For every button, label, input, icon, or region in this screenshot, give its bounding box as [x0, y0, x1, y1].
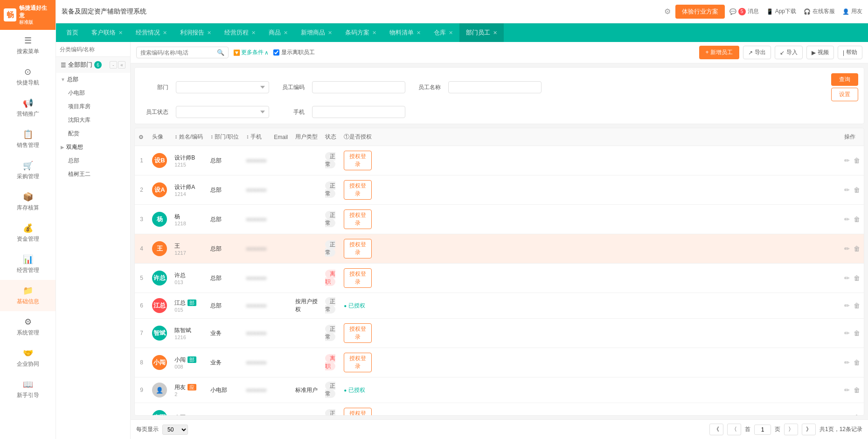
tab-history[interactable]: 经营历程✕: [218, 23, 262, 42]
tab-close-barcode[interactable]: ✕: [372, 30, 376, 36]
tree-node-project[interactable]: 项目库房: [56, 100, 130, 113]
delete-action-btn[interactable]: 🗑: [854, 329, 860, 337]
sidebar-item-operation[interactable]: 📊经营管理: [0, 249, 56, 280]
page-number-input[interactable]: [754, 425, 771, 435]
export-button[interactable]: ↗ 导出: [743, 46, 771, 59]
dept-select[interactable]: [176, 81, 269, 93]
tab-close-materials[interactable]: ✕: [417, 30, 421, 36]
emp-code-input[interactable]: [312, 81, 405, 93]
edit-action-btn[interactable]: ✏: [844, 245, 850, 252]
tab-close-history[interactable]: ✕: [251, 30, 256, 36]
edit-action-btn[interactable]: ✏: [844, 302, 850, 309]
tab-barcode[interactable]: 条码方案✕: [339, 23, 383, 42]
last-page-btn[interactable]: 》: [802, 424, 816, 435]
user-item[interactable]: 👤 用友: [842, 7, 862, 15]
app-download-item[interactable]: 📱 App下载: [766, 7, 796, 15]
auth-button[interactable]: 授权登录: [344, 209, 372, 229]
delete-action-btn[interactable]: 🗑: [854, 245, 860, 252]
filter-search-button[interactable]: 查询: [831, 73, 858, 86]
delete-action-btn[interactable]: 🗑: [854, 302, 860, 309]
edit-action-btn[interactable]: ✏: [844, 329, 850, 337]
sidebar-item-nav[interactable]: ⊙快捷导航: [0, 61, 56, 92]
edit-action-btn[interactable]: ✏: [844, 216, 850, 223]
delete-action-btn[interactable]: 🗑: [854, 186, 860, 194]
online-service-item[interactable]: 🎧 在线客服: [804, 7, 835, 15]
next-page-btn[interactable]: 〉: [784, 424, 798, 435]
tab-close-profit[interactable]: ✕: [207, 30, 211, 36]
sidebar-item-guide[interactable]: 📖新手引导: [0, 374, 56, 405]
tree-node-distribution[interactable]: 配货: [56, 127, 130, 140]
sidebar-item-search[interactable]: ☰搜索菜单: [0, 30, 56, 61]
tab-close-customer[interactable]: ✕: [118, 30, 123, 36]
tab-addgoods[interactable]: 新增商品✕: [294, 23, 339, 42]
col-settings[interactable]: ⚙: [135, 128, 148, 146]
tree-node-hq[interactable]: 总部: [56, 154, 130, 167]
edit-action-btn[interactable]: ✏: [844, 186, 850, 194]
edit-action-btn[interactable]: ✏: [844, 157, 850, 164]
import-button[interactable]: ↙ 导入: [775, 46, 803, 59]
col-phone[interactable]: ↕ 手机: [243, 128, 271, 146]
edit-action-btn[interactable]: ✏: [844, 274, 850, 282]
edit-action-btn[interactable]: ✏: [844, 386, 850, 394]
tab-home[interactable]: 首页: [60, 23, 85, 42]
phone-input[interactable]: [312, 106, 405, 118]
edit-action-btn[interactable]: ✏: [844, 359, 850, 366]
show-resigned-input[interactable]: [273, 49, 279, 56]
auth-button[interactable]: 授权登录: [344, 323, 372, 343]
tab-operation[interactable]: 经营情况✕: [129, 23, 174, 42]
auth-button[interactable]: 授权登录: [344, 353, 372, 372]
tree-node-shuangyan[interactable]: ▶双庵想: [56, 140, 130, 154]
tree-node-shenyang[interactable]: 沈阳大库: [56, 113, 130, 127]
prev-page-btn[interactable]: 〈: [727, 424, 741, 435]
sidebar-item-purchase[interactable]: 🛒采购管理: [0, 155, 56, 186]
show-resigned-checkbox[interactable]: 显示离职员工: [273, 49, 315, 56]
tree-collapse-btn[interactable]: «: [118, 61, 125, 69]
search-input[interactable]: [140, 49, 215, 56]
tab-close-addgoods[interactable]: ✕: [328, 30, 332, 36]
edit-action-btn[interactable]: ✏: [844, 414, 850, 416]
tab-staff[interactable]: 部门员工✕: [459, 23, 504, 42]
sidebar-item-stock[interactable]: 📦库存核算: [0, 186, 56, 217]
trial-button[interactable]: 体验行业方案: [675, 5, 725, 19]
auth-button[interactable]: 授权登录: [344, 408, 372, 416]
tab-close-goods[interactable]: ✕: [284, 30, 288, 36]
auth-button[interactable]: 授权登录: [344, 268, 372, 288]
delete-action-btn[interactable]: 🗑: [854, 359, 860, 366]
tree-node-plant_king[interactable]: 植树王二: [56, 167, 130, 181]
tab-customer[interactable]: 客户联络✕: [85, 23, 129, 42]
view-button[interactable]: ▶ 视频: [806, 46, 834, 59]
sidebar-item-enterprise[interactable]: 🤝企业协同: [0, 342, 56, 374]
sidebar-item-finance[interactable]: 💰资金管理: [0, 217, 56, 249]
delete-action-btn[interactable]: 🗑: [854, 216, 860, 223]
tree-node-general[interactable]: ▼总部: [56, 73, 130, 86]
tab-goods[interactable]: 商品✕: [262, 23, 294, 42]
filter-reset-button[interactable]: 设置: [831, 88, 858, 101]
first-page-btn[interactable]: 《: [709, 424, 723, 435]
sidebar-item-system[interactable]: ⚙系统管理: [0, 311, 56, 342]
tab-profit[interactable]: 利润报告✕: [174, 23, 218, 42]
tree-expand-btn[interactable]: -: [110, 61, 117, 69]
delete-action-btn[interactable]: 🗑: [854, 274, 860, 282]
tab-close-staff[interactable]: ✕: [493, 30, 497, 36]
tree-search-input[interactable]: [60, 46, 130, 53]
message-item[interactable]: 💬 5 消息: [729, 7, 759, 15]
tab-close-operation[interactable]: ✕: [163, 30, 167, 36]
auth-button[interactable]: 授权登录: [344, 239, 372, 258]
sidebar-item-basic[interactable]: 📁基础信息: [0, 280, 56, 311]
col-dept[interactable]: ↕ 部门/职位: [207, 128, 243, 146]
delete-action-btn[interactable]: 🗑: [854, 386, 860, 394]
tab-materials[interactable]: 物料清单✕: [383, 23, 427, 42]
col-name[interactable]: ↕ 姓名/编码: [171, 128, 207, 146]
emp-status-select[interactable]: [176, 106, 269, 118]
sidebar-item-sales[interactable]: 📋销售管理: [0, 124, 56, 155]
tree-node-small_electric[interactable]: 小电部: [56, 86, 130, 100]
help-button[interactable]: | 帮助: [838, 46, 862, 59]
sidebar-item-marketing[interactable]: 📢营销推广: [0, 92, 56, 124]
tab-warehouse[interactable]: 仓库✕: [427, 23, 459, 42]
auth-button[interactable]: 授权登录: [344, 180, 372, 200]
page-size-select[interactable]: 50 20 100: [162, 425, 188, 435]
emp-name-input[interactable]: [448, 81, 542, 93]
delete-action-btn[interactable]: 🗑: [854, 414, 860, 416]
settings-icon[interactable]: ⚙: [664, 7, 671, 16]
more-conditions[interactable]: 🔽 更多条件 ∧: [233, 49, 269, 56]
